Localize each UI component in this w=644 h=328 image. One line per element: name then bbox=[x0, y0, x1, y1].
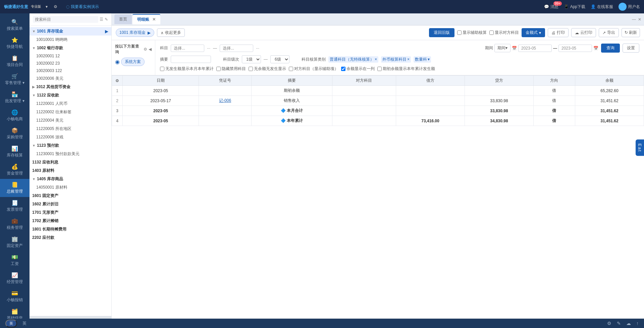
refresh-btn[interactable]: ↻ 刷新 bbox=[622, 28, 640, 37]
tree-item-10020006[interactable]: 10020006 美元 bbox=[30, 74, 111, 83]
tab-close-icon[interactable]: ✕ bbox=[638, 17, 641, 22]
return-old-btn[interactable]: 退回旧版 bbox=[429, 28, 454, 37]
summary-input[interactable] bbox=[171, 56, 211, 63]
right-edge-btn[interactable]: Eat bbox=[636, 139, 644, 156]
td-voucher[interactable]: 记-006 bbox=[199, 96, 252, 106]
tag-foreign[interactable]: 外币核算科目 × bbox=[381, 56, 411, 63]
check-balance-col[interactable]: 余额显示在一列 bbox=[341, 66, 375, 72]
tab-minimize-icon[interactable]: — bbox=[632, 17, 636, 22]
tree-item-10020002[interactable]: 10020002 23 bbox=[30, 60, 111, 67]
expand-btn[interactable]: ∧ 收起更多 bbox=[157, 28, 185, 37]
nav-item-search[interactable]: 🔍 搜索菜单 bbox=[0, 16, 30, 34]
tag-ordinary[interactable]: 普通科目（无特殊核算） × bbox=[328, 56, 378, 63]
tree-item-10010001[interactable]: 10010001 哟哟哟 bbox=[30, 36, 111, 44]
show-aux-check[interactable]: 显示辅助核算 bbox=[457, 30, 487, 36]
nav-item-inventory[interactable]: 📊 库存核算 bbox=[0, 143, 30, 161]
export-btn[interactable]: ↗ 导出 bbox=[599, 28, 619, 37]
tree-item-1002[interactable]: ▼ 1002 银行存款 bbox=[30, 44, 111, 52]
check-contra[interactable]: 对方科目（显示辅助项） bbox=[289, 66, 338, 72]
level-from-select[interactable]: 1级2级3级 bbox=[242, 55, 261, 63]
nav-item-purchase[interactable]: 📦 采购管理 bbox=[0, 125, 30, 143]
period-calendar-icon2[interactable]: 📅 bbox=[593, 46, 598, 51]
nav-item-base[interactable]: 🗂️ 基础信息 bbox=[0, 306, 30, 319]
tab-home[interactable]: 首页 bbox=[114, 14, 132, 24]
tree-item-1701[interactable]: 1701 无形资产 bbox=[30, 208, 111, 217]
print-btn[interactable]: 🖨 打印 bbox=[548, 28, 569, 37]
query-btn[interactable]: 查询 bbox=[601, 44, 620, 53]
nav-item-wholesale[interactable]: 🏪 批发管理 ▾ bbox=[0, 88, 30, 107]
tree-item-1012[interactable]: ▶ 1012 其他货币资金 bbox=[30, 83, 111, 91]
system-scheme-btn[interactable]: 系统方案 bbox=[121, 58, 145, 66]
account-tag-arrow[interactable]: ▶ bbox=[148, 30, 151, 35]
tree-item-10020003[interactable]: 10020003 122 bbox=[30, 67, 111, 74]
tree-item-1123[interactable]: ▼ 1123 预付款 bbox=[30, 141, 111, 150]
edit-icon[interactable]: ✎ bbox=[105, 17, 108, 22]
tree-item-10020001[interactable]: 10020001 12 bbox=[30, 52, 111, 60]
tree-item-1801[interactable]: 1801 长期待摊费用 bbox=[30, 225, 111, 234]
cloud-print-btn[interactable]: ☁ 云打印 bbox=[571, 28, 596, 37]
nav-item-retail[interactable]: 🛒 零售管理 ▾ bbox=[0, 70, 30, 88]
nav-item-salary[interactable]: 💵 工资 bbox=[0, 251, 30, 269]
tree-item-14050001[interactable]: 14050001 原材料 bbox=[30, 183, 111, 192]
message-btn[interactable]: 💬 消息 99+ bbox=[544, 4, 558, 10]
nav-item-tax[interactable]: 💼 税务管理 bbox=[0, 215, 30, 233]
tree-item-1702[interactable]: 1702 累计摊销 bbox=[30, 217, 111, 225]
tree-item-1602[interactable]: 1602 累计折旧 bbox=[30, 200, 111, 208]
status-icon-1[interactable]: ⚙ bbox=[607, 321, 611, 326]
nav-item-ecommerce[interactable]: 🌐 小畅电商 bbox=[0, 107, 30, 125]
lang-btn[interactable]: 英 bbox=[5, 320, 17, 327]
period-calendar-icon1[interactable]: 📅 bbox=[512, 46, 517, 51]
tree-item-11230001[interactable]: 11230001 预付款款美元 bbox=[30, 150, 111, 158]
style-btn[interactable]: 金额式 ▾ bbox=[522, 28, 545, 37]
tag-quantity-dropdown[interactable]: ▾ bbox=[428, 57, 430, 62]
tree-item-1132[interactable]: 1132 应收利息 bbox=[30, 158, 111, 167]
show-contra-check[interactable]: 显示对方科目 bbox=[489, 30, 519, 36]
check-hide-disabled[interactable]: 隐藏禁用科目 bbox=[216, 66, 246, 72]
th-settings[interactable]: ⚙ bbox=[112, 76, 123, 86]
tree-item-2202[interactable]: 2202 应付款 bbox=[30, 234, 111, 242]
nav-item-expense[interactable]: 💳 小畅报销 bbox=[0, 287, 30, 306]
tag-quantity[interactable]: 数量科 ▾ bbox=[414, 56, 431, 63]
tab-detail-close[interactable]: ✕ bbox=[152, 17, 156, 22]
tree-item-11220006[interactable]: 11220006 游戏 bbox=[30, 133, 111, 141]
tag-ordinary-close[interactable]: × bbox=[375, 57, 377, 62]
tree-item-1405[interactable]: ▼ 1405 库存商品 bbox=[30, 175, 111, 183]
nav-item-shortcut[interactable]: ⭐ 快捷导航 bbox=[0, 34, 30, 52]
status-icon-4[interactable]: ↑ bbox=[636, 321, 639, 326]
tree-item-11220002[interactable]: 11220002 往来标签 bbox=[30, 108, 111, 116]
tree-item-1403[interactable]: 1403 原材料 bbox=[30, 167, 111, 175]
nav-item-assets[interactable]: 🏢 固定资产 bbox=[0, 233, 30, 251]
app-dropdown[interactable]: ▾ bbox=[46, 4, 48, 9]
period-mode-btn[interactable]: 期间▾ bbox=[494, 44, 511, 52]
tree-item-11220004[interactable]: 11220004 美元 bbox=[30, 116, 111, 125]
account-search-input[interactable] bbox=[33, 16, 98, 23]
filter-arrow-icon[interactable]: ◀ bbox=[149, 47, 152, 52]
check-no-amount[interactable]: 无余额无发生显示 bbox=[249, 66, 286, 72]
status-icon-3[interactable]: ☁ bbox=[626, 321, 631, 326]
tree-item-1601[interactable]: 1601 固定资产 bbox=[30, 192, 111, 200]
tab-detail[interactable]: 明细账 ✕ bbox=[132, 14, 160, 24]
nav-item-finance[interactable]: 💰 资金管理 bbox=[0, 161, 30, 179]
tree-nav-icon[interactable]: ▶ bbox=[105, 29, 108, 34]
tree-item-11220005[interactable]: 11220005 所在地区 bbox=[30, 125, 111, 133]
subject-to-input[interactable] bbox=[220, 45, 253, 52]
level-to-select[interactable]: 6级1级2级 bbox=[270, 55, 289, 63]
status-icon-2[interactable]: ✎ bbox=[617, 321, 621, 326]
online-service-btn[interactable]: 👤 在线客服 bbox=[591, 4, 613, 10]
tree-item-1001[interactable]: ▼ 1001 库存现金 ▶ bbox=[30, 27, 111, 36]
nav-item-invoice[interactable]: 🧾 发票管理 bbox=[0, 197, 30, 215]
demo-link[interactable]: ◌ 我要看实例演示 bbox=[66, 4, 99, 10]
status-icon-lang-extra[interactable]: 英 bbox=[22, 321, 26, 326]
tag-foreign-close[interactable]: × bbox=[407, 57, 410, 62]
nav-item-ledger[interactable]: 📒 总账管理 bbox=[0, 179, 30, 197]
subject-from-input[interactable] bbox=[171, 45, 204, 52]
nav-item-operations[interactable]: 📈 经营管理 bbox=[0, 269, 30, 287]
settings-btn[interactable]: 设置 bbox=[623, 44, 639, 53]
period-to-input[interactable] bbox=[558, 45, 592, 52]
nav-item-project[interactable]: 📋 项目合同 bbox=[0, 52, 30, 70]
topbar-gear-icon[interactable]: ⚙ bbox=[54, 4, 57, 9]
tree-item-1122[interactable]: ▼ 1122 应收款 bbox=[30, 91, 111, 100]
tree-item-11220001[interactable]: 11220001 人民币 bbox=[30, 100, 111, 108]
check-no-balance[interactable]: 无发生额显示本月本年累计 bbox=[160, 66, 214, 72]
list-icon[interactable]: ☰ bbox=[100, 17, 103, 22]
